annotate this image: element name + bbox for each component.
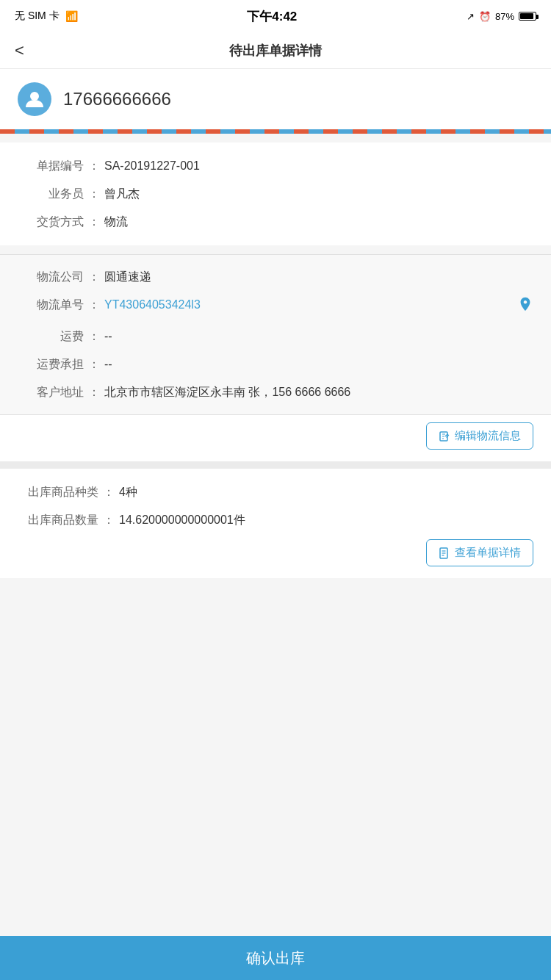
- salesperson-label: 业务员: [18, 185, 84, 203]
- address-label: 客户地址: [18, 383, 84, 401]
- user-phone: 17666666666: [63, 89, 171, 109]
- battery-text: 87%: [495, 11, 514, 22]
- edit-icon: [439, 430, 450, 442]
- view-details-label: 查看单据详情: [455, 546, 521, 560]
- view-details-button[interactable]: 查看单据详情: [426, 539, 533, 566]
- address-row: 客户地址 ： 北京市市辖区海淀区永丰南 张，156 6666 6666: [18, 383, 533, 401]
- salesperson-value: 曾凡杰: [104, 185, 533, 203]
- svg-point-0: [30, 92, 39, 101]
- back-button[interactable]: <: [15, 35, 32, 66]
- goods-section: 出库商品种类 ： 4种 出库商品数量 ： 14.620000000000001件…: [0, 469, 551, 578]
- delivery-label: 交货方式: [18, 213, 84, 231]
- freight-bear-value: --: [104, 356, 533, 373]
- battery-icon: [519, 12, 536, 21]
- freight-bear-label: 运费承担: [18, 356, 84, 373]
- tracking-no-value: YT43064053424l3: [104, 296, 510, 314]
- freight-label: 运费: [18, 328, 84, 345]
- logistics-company-value: 圆通速递: [104, 268, 533, 286]
- order-info-section: 单据编号 ： SA-20191227-001 业务员 ： 曾凡杰 交货方式 ： …: [0, 143, 551, 245]
- logistics-company-row: 物流公司 ： 圆通速递: [18, 268, 533, 286]
- order-no-value: SA-20191227-001: [104, 157, 533, 175]
- logistics-company-label: 物流公司: [18, 268, 84, 286]
- carrier-text: 无 SIM 卡: [15, 10, 60, 23]
- location-track-icon[interactable]: [517, 296, 533, 317]
- order-no-label: 单据编号: [18, 157, 84, 175]
- delivery-value: 物流: [104, 213, 533, 231]
- status-bar-time: 下午4:42: [247, 8, 297, 25]
- delivery-row: 交货方式 ： 物流: [18, 213, 533, 231]
- location-icon: ↗: [467, 11, 475, 22]
- alarm-icon: ⏰: [479, 11, 491, 22]
- status-bar-right: ↗ ⏰ 87%: [467, 11, 536, 22]
- dashed-separator: [0, 129, 551, 134]
- status-bar-left: 无 SIM 卡 📶: [15, 10, 78, 23]
- nav-bar: < 待出库单据详情: [0, 32, 551, 69]
- goods-type-label: 出库商品种类: [18, 483, 98, 501]
- goods-qty-row: 出库商品数量 ： 14.620000000000001件: [18, 511, 533, 529]
- edit-logistics-button[interactable]: 编辑物流信息: [426, 422, 533, 450]
- document-icon: [439, 547, 450, 559]
- bottom-spacer: [0, 578, 551, 725]
- freight-bear-row: 运费承担 ： --: [18, 356, 533, 373]
- user-card: 17666666666: [0, 69, 551, 129]
- address-value: 北京市市辖区海淀区永丰南 张，156 6666 6666: [104, 383, 533, 401]
- goods-qty-value: 14.620000000000001件: [119, 511, 533, 529]
- confirm-button[interactable]: 确认出库: [0, 936, 551, 980]
- tracking-no-label: 物流单号: [18, 296, 84, 314]
- goods-qty-label: 出库商品数量: [18, 511, 98, 529]
- logistics-section: 物流公司 ： 圆通速递 物流单号 ： YT43064053424l3 运费 ： …: [0, 254, 551, 415]
- edit-action-row: 编辑物流信息: [0, 415, 551, 461]
- goods-type-row: 出库商品种类 ： 4种: [18, 483, 533, 501]
- status-bar: 无 SIM 卡 📶 下午4:42 ↗ ⏰ 87%: [0, 0, 551, 32]
- edit-logistics-label: 编辑物流信息: [455, 429, 521, 443]
- tracking-no-row: 物流单号 ： YT43064053424l3: [18, 296, 533, 317]
- avatar: [18, 82, 51, 116]
- freight-value: --: [104, 328, 533, 345]
- freight-row: 运费 ： --: [18, 328, 533, 345]
- goods-type-value: 4种: [119, 483, 533, 501]
- page-title: 待出库单据详情: [229, 42, 322, 60]
- salesperson-row: 业务员 ： 曾凡杰: [18, 185, 533, 203]
- order-no-row: 单据编号 ： SA-20191227-001: [18, 157, 533, 175]
- wifi-icon: 📶: [65, 10, 78, 22]
- confirm-label: 确认出库: [246, 948, 305, 968]
- section-divider: [0, 461, 551, 469]
